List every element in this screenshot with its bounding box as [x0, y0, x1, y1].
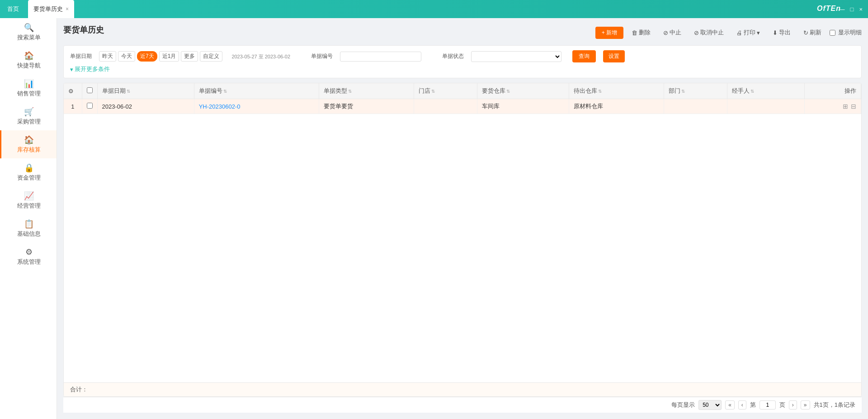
th-handler: 经手人⇅ — [727, 83, 804, 99]
row-order-no: YH-20230602-0 — [194, 99, 319, 114]
order-no-label: 单据编号 — [311, 52, 333, 60]
row-handler — [727, 99, 804, 114]
expand-more-btn[interactable]: ▾ 展开更多条件 — [70, 65, 855, 73]
toolbar: + 新增 🗑 删除 ⊘ 中止 ⊘ 取消中止 🖨 打印 ▾ — [595, 27, 862, 39]
table-body: 1 2023-06-02 YH-20230602-0 要货单要货 车间库 原材料… — [64, 99, 861, 114]
refresh-icon: ↻ — [803, 29, 808, 36]
row-dept — [664, 99, 727, 114]
date-btn-yesterday[interactable]: 昨天 — [99, 51, 116, 62]
export-button[interactable]: ⬇ 导出 — [768, 27, 795, 38]
brand-text: OfTEn — [817, 5, 841, 13]
select-all-checkbox[interactable] — [87, 87, 93, 93]
operation-icon: 📈 — [24, 192, 34, 200]
sidebar-label-search-menu: 搜索菜单 — [17, 33, 41, 42]
stop-button[interactable]: ⊘ 中止 — [659, 27, 686, 38]
sidebar-label-purchase: 采购管理 — [17, 118, 41, 126]
new-button[interactable]: + 新增 — [595, 27, 623, 39]
delete-icon: 🗑 — [632, 29, 637, 36]
th-dept: 部门⇅ — [664, 83, 727, 99]
sidebar-label-inventory: 库存核算 — [17, 146, 41, 154]
per-page-select[interactable]: 50 100 — [698, 400, 722, 410]
th-req-warehouse: 要货仓库⇅ — [477, 83, 569, 99]
date-btn-more[interactable]: 更多 — [181, 51, 198, 62]
date-btn-today[interactable]: 今天 — [118, 51, 135, 62]
sidebar-item-sales[interactable]: 📊 销售管理 — [0, 74, 57, 102]
page-suffix: 页 — [779, 401, 785, 409]
table-header-row: ⚙ 单据日期⇅ 单据编号⇅ 单据类型⇅ 门店⇅ 要货仓库⇅ 待出仓库⇅ 部门⇅ … — [64, 83, 861, 99]
summary-label: 合计： — [70, 386, 88, 393]
inventory-icon: 🏠 — [24, 136, 34, 144]
query-button[interactable]: 查询 — [572, 50, 596, 62]
sales-icon: 📊 — [24, 80, 34, 88]
page-input[interactable] — [760, 400, 776, 409]
sidebar-item-purchase[interactable]: 🛒 采购管理 — [0, 102, 57, 130]
page-title: 要货单历史 — [63, 24, 104, 35]
th-settings: ⚙ — [64, 83, 82, 99]
th-store: 门店⇅ — [414, 83, 477, 99]
sidebar-item-system[interactable]: ⚙ 系统管理 — [0, 243, 57, 271]
last-page-btn[interactable]: » — [801, 400, 810, 409]
export-icon: ⬇ — [773, 29, 778, 36]
window-controls: — □ × — [839, 6, 868, 13]
display-cell-toggle[interactable]: 显示明细 — [830, 29, 862, 37]
tab-close-icon[interactable]: × — [66, 6, 69, 12]
total-label: 共1页，1条记录 — [814, 401, 855, 409]
data-table: ⚙ 单据日期⇅ 单据编号⇅ 单据类型⇅ 门店⇅ 要货仓库⇅ 待出仓库⇅ 部门⇅ … — [64, 83, 861, 114]
expand-icon: ▾ — [70, 66, 73, 73]
basic-info-icon: 📋 — [24, 220, 34, 228]
sidebar-item-inventory[interactable]: 🏠 库存核算 — [0, 130, 57, 158]
quick-nav-icon: 🏠 — [24, 52, 34, 60]
date-range-text: 2023-05-27 至 2023-06-02 — [231, 53, 290, 60]
status-label: 单据状态 — [442, 52, 464, 60]
print-button[interactable]: 🖨 打印 ▾ — [732, 27, 764, 38]
row-checkbox[interactable] — [87, 103, 93, 109]
settings-button[interactable]: 设置 — [603, 50, 625, 62]
sidebar-item-quick-nav[interactable]: 🏠 快捷导航 — [0, 46, 57, 74]
row-order-type: 要货单要货 — [319, 99, 414, 114]
sidebar-label-sales: 销售管理 — [17, 90, 41, 98]
order-no-input[interactable] — [340, 52, 421, 62]
sidebar-label-basic-info: 基础信息 — [17, 230, 41, 238]
active-tab-label: 要货单历史 — [33, 5, 63, 13]
system-icon: ⚙ — [25, 248, 33, 256]
top-bar: 首页 要货单历史 × OfTEn — □ × — [0, 0, 868, 18]
th-order-type: 单据类型⇅ — [319, 83, 414, 99]
table-footer: 合计： — [64, 382, 861, 396]
th-dest-warehouse: 待出仓库⇅ — [569, 83, 664, 99]
order-no-link[interactable]: YH-20230602-0 — [199, 103, 241, 110]
row-checkbox-cell — [82, 99, 97, 114]
cancel-stop-button[interactable]: ⊘ 取消中止 — [689, 27, 728, 38]
display-cell-checkbox[interactable] — [830, 30, 835, 36]
date-filter-label: 单据日期 — [70, 52, 92, 60]
sidebar-item-basic-info[interactable]: 📋 基础信息 — [0, 214, 57, 243]
sidebar-item-search-menu[interactable]: 🔍 搜索菜单 — [0, 18, 57, 46]
prev-page-btn[interactable]: ‹ — [738, 400, 746, 409]
th-action: 操作 — [805, 83, 861, 99]
th-checkbox — [82, 83, 97, 99]
tab-home[interactable]: 首页 — [0, 0, 26, 18]
next-page-btn[interactable]: › — [789, 400, 797, 409]
first-page-btn[interactable]: « — [725, 400, 735, 409]
page-label: 第 — [750, 401, 756, 409]
sidebar-label-system: 系统管理 — [17, 258, 41, 266]
date-btns: 昨天 今天 近7天 近1月 更多 自定义 — [99, 51, 222, 62]
sidebar-item-finance[interactable]: 🔒 资金管理 — [0, 158, 57, 186]
action-icons: ⊞ ⊟ — [809, 103, 856, 110]
sidebar-label-operation: 经营管理 — [17, 202, 41, 210]
refresh-button[interactable]: ↻ 刷新 — [799, 27, 826, 38]
tab-active[interactable]: 要货单历史 × — [28, 0, 74, 18]
date-btn-7days[interactable]: 近7天 — [137, 51, 157, 62]
pagination-bar: 每页显示 50 100 « ‹ 第 页 › » 共1页，1条记录 — [63, 397, 862, 413]
date-btn-custom[interactable]: 自定义 — [200, 51, 222, 62]
maximize-icon[interactable]: □ — [850, 6, 854, 13]
edit-icon[interactable]: ⊞ — [843, 103, 848, 110]
purchase-icon: 🛒 — [24, 108, 34, 116]
status-select[interactable] — [471, 51, 561, 62]
delete-button[interactable]: 🗑 删除 — [627, 27, 655, 38]
window-close-icon[interactable]: × — [859, 6, 863, 13]
cancel-stop-icon: ⊘ — [694, 29, 699, 36]
main-layout: 🔍 搜索菜单 🏠 快捷导航 📊 销售管理 🛒 采购管理 🏠 库存核算 🔒 资金管… — [0, 18, 868, 419]
sidebar-item-operation[interactable]: 📈 经营管理 — [0, 186, 57, 214]
more-icon[interactable]: ⊟ — [851, 103, 856, 110]
date-btn-1month[interactable]: 近1月 — [159, 51, 179, 62]
